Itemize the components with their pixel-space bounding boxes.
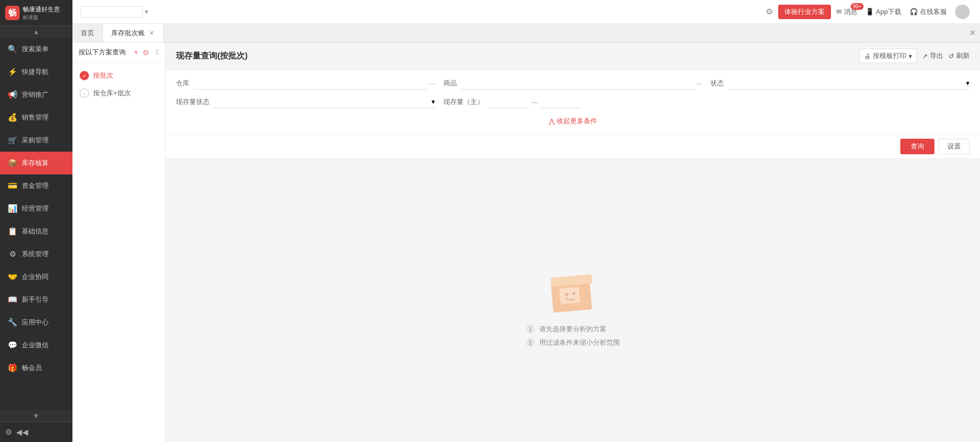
status-field: 状态 ▾ [710, 77, 970, 90]
product-more-icon[interactable]: ··· [696, 79, 703, 87]
tab-close-icon[interactable]: ✕ [148, 30, 155, 37]
user-avatar-area[interactable] [955, 5, 972, 19]
status-select[interactable]: ▾ [728, 77, 970, 90]
add-schema-icon[interactable]: ＋ [132, 48, 140, 57]
stock-amount-to[interactable] [540, 96, 582, 108]
page-header-actions: 🖨 按模板打印 ▾ ↗ 导出 ↺ 刷新 [859, 49, 970, 63]
collapse-sidebar-icon[interactable]: ◀◀ [16, 428, 28, 437]
sidebar-scroll-down[interactable]: ▼ [0, 410, 72, 422]
brand-logo: 畅 [5, 6, 20, 20]
sidebar-item-member[interactable]: 🎁 畅会员 [0, 357, 72, 379]
schema-active-icon: ✓ [80, 71, 89, 80]
stock-amount-from[interactable] [488, 96, 529, 108]
filter-row-2: 现存量状态 ▾ 现存量（主） — [176, 96, 970, 108]
sidebar-footer: ⚙ ◀◀ [0, 422, 72, 442]
sidebar-item-operation[interactable]: 📊 经营管理 [0, 197, 72, 220]
online-service-link[interactable]: 🎧 在线客服 [910, 7, 947, 17]
schema-item-warehouse-batch[interactable]: ○ 按仓库+批次 [72, 84, 165, 102]
schema-item-batch[interactable]: ✓ 按批次 [72, 67, 165, 84]
warehouse-field: 仓库 ··· [176, 77, 435, 90]
refresh-icon: ↺ [948, 52, 954, 60]
warehouse-more-icon[interactable]: ··· [429, 79, 435, 87]
warehouse-input[interactable] [194, 77, 429, 90]
sidebar-item-apps[interactable]: 🔧 应用中心 [0, 311, 72, 334]
service-icon: 🎧 [910, 8, 918, 16]
sidebar-item-quicknav[interactable]: ⚡ 快捷导航 [0, 61, 72, 83]
settings-button[interactable]: 设置 [939, 139, 970, 154]
export-button[interactable]: ↗ 导出 [922, 51, 943, 61]
status-dropdown-icon: ▾ [966, 79, 970, 87]
schema-settings-icon[interactable]: ⊙ [143, 48, 149, 56]
settings-footer-icon[interactable]: ⚙ [5, 428, 12, 437]
schema-item-label: 按批次 [93, 71, 113, 80]
tip-num-2: 2 [526, 338, 535, 347]
system-icon: ⚙ [7, 249, 18, 259]
online-service-label: 在线客服 [920, 7, 947, 17]
sidebar-scroll-up[interactable]: ▲ [0, 26, 72, 38]
sidebar-item-guide[interactable]: 📖 新手引导 [0, 288, 72, 311]
left-panel-header: 按以下方案查询 ＋ ⊙ 《 [72, 42, 165, 63]
sidebar-nav: 🔍 搜索菜单 ⚡ 快捷导航 📢 营销推广 💰 销售管理 🛒 采购管理 📦 库存核… [0, 38, 72, 410]
tab-inventory-batch[interactable]: 库存批次账 ✕ [103, 24, 164, 42]
marketing-icon: 📢 [7, 90, 18, 100]
export-icon: ↗ [922, 52, 928, 60]
app-download-label: App下载 [876, 7, 901, 17]
sidebar-item-search[interactable]: 🔍 搜索菜单 [0, 38, 72, 61]
guide-icon: 📖 [7, 294, 18, 305]
brand-name: 畅康通好生意 [23, 5, 60, 14]
stock-status-field: 现存量状态 ▾ [176, 96, 435, 108]
sidebar-item-sales[interactable]: 💰 销售管理 [0, 106, 72, 129]
topbar-settings-icon[interactable]: ⚙ [766, 7, 773, 17]
apps-icon: 🔧 [7, 317, 18, 328]
sidebar-item-purchase[interactable]: 🛒 采购管理 [0, 129, 72, 152]
product-input[interactable] [461, 77, 696, 90]
collapse-filter-row[interactable]: ⋀ 收起更多条件 [176, 114, 970, 127]
sidebar-item-basic[interactable]: 📋 基础信息 [0, 220, 72, 243]
left-panel-tools: ＋ ⊙ 《 [132, 48, 159, 57]
filter-row-1: 仓库 ··· 商品 ··· 状态 ▾ [176, 77, 970, 90]
page-title: 现存量查询(按批次) [176, 51, 248, 62]
stock-status-select[interactable]: ▾ [214, 96, 435, 108]
svg-point-4 [572, 292, 575, 295]
topbar-right: ✉ 消息 99+ 📱 App下载 🎧 在线客服 [836, 5, 972, 19]
member-icon: 🎁 [7, 363, 18, 373]
sidebar-item-label: 基础信息 [22, 227, 49, 236]
collapse-label: 收起更多条件 [557, 116, 597, 126]
empty-illustration [542, 254, 604, 316]
refresh-button[interactable]: ↺ 刷新 [948, 51, 970, 61]
sidebar-item-wechat[interactable]: 💬 企业微信 [0, 334, 72, 357]
sidebar-item-label: 库存核算 [22, 158, 49, 168]
purchase-icon: 🛒 [7, 135, 18, 145]
query-button[interactable]: 查询 [900, 139, 934, 154]
left-panel: 按以下方案查询 ＋ ⊙ 《 ✓ 按批次 ○ 按仓库+批次 [72, 42, 166, 442]
tabbar: 首页 库存批次账 ✕ ✕ [72, 24, 980, 42]
close-all-tabs[interactable]: ✕ [969, 28, 976, 38]
right-panel: 现存量查询(按批次) 🖨 按模板打印 ▾ ↗ 导出 ↺ 刷新 [166, 42, 980, 442]
sidebar-item-label: 采购管理 [22, 136, 49, 145]
breadcrumb-dropdown-icon[interactable]: ▾ [145, 8, 149, 16]
page-body: 按以下方案查询 ＋ ⊙ 《 ✓ 按批次 ○ 按仓库+批次 [72, 42, 980, 442]
sidebar-item-finance[interactable]: 💳 资金管理 [0, 174, 72, 197]
collapse-left-panel-icon[interactable]: 《 [152, 48, 159, 57]
app-icon: 📱 [866, 8, 874, 16]
filter-area: 仓库 ··· 商品 ··· 状态 ▾ [166, 70, 980, 135]
empty-tip-2: 2 用过滤条件来缩小分析范围 [526, 338, 620, 347]
print-icon: 🖨 [864, 52, 871, 60]
sidebar-item-inventory[interactable]: 📦 库存核算 [0, 152, 72, 174]
messages-badge[interactable]: ✉ 消息 99+ [836, 7, 857, 17]
schema-item-label: 按仓库+批次 [93, 89, 131, 98]
sidebar-item-system[interactable]: ⚙ 系统管理 [0, 243, 72, 266]
tab-home[interactable]: 首页 [72, 24, 103, 42]
sidebar-item-collab[interactable]: 🤝 企业协同 [0, 266, 72, 288]
refresh-label: 刷新 [956, 51, 970, 61]
print-template-button[interactable]: 🖨 按模板打印 ▾ [859, 49, 917, 63]
messages-count: 99+ [851, 3, 864, 10]
sidebar-item-label: 销售管理 [22, 113, 49, 122]
app-download-link[interactable]: 📱 App下载 [866, 7, 901, 17]
breadcrumb-input[interactable] [81, 6, 143, 18]
collab-icon: 🤝 [7, 272, 18, 282]
sidebar-item-marketing[interactable]: 📢 营销推广 [0, 83, 72, 106]
empty-tip-1: 1 请先选择要分析的方案 [526, 325, 620, 334]
sidebar-header: 畅 畅康通好生意 标准版 [0, 0, 72, 26]
trial-button[interactable]: 体验行业方案 [778, 5, 831, 19]
